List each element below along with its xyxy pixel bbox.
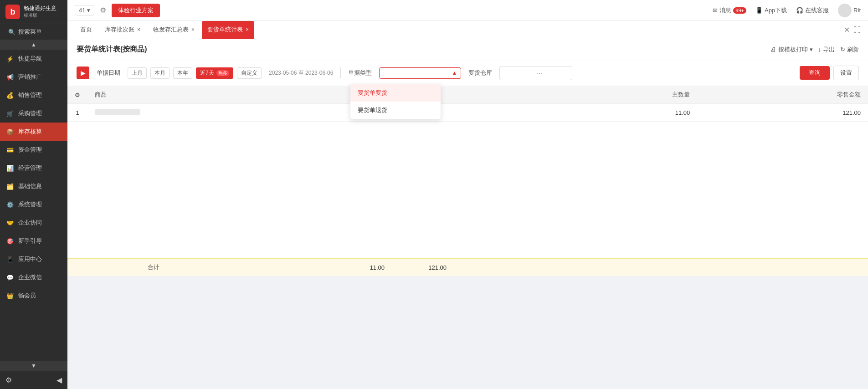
- enterprise-icon: 🤝: [5, 220, 15, 226]
- sidebar-item-guide[interactable]: 🎯 新手引导: [0, 232, 67, 250]
- sidebar-item-basic-info[interactable]: 🗂️ 基础信息: [0, 177, 67, 195]
- msg-label: 消息: [719, 6, 731, 15]
- sidebar-item-wechat[interactable]: 💬 企业微信: [0, 268, 67, 287]
- table-row: 1 块 11.00 121.00: [67, 104, 868, 122]
- settings-icon[interactable]: ⚙: [5, 376, 12, 384]
- custom-date-btn[interactable]: 自定义: [237, 67, 262, 79]
- sidebar-scroll-up[interactable]: ▲: [0, 40, 67, 50]
- footer-amount: 121.00: [392, 264, 447, 271]
- tab-close-icon[interactable]: ×: [191, 26, 195, 33]
- topbar-right: ✉ 消息 99+ 📱 App下载 🎧 在线客服 Rit: [713, 4, 861, 17]
- logo-title: 畅捷通好生意: [24, 5, 56, 12]
- sidebar-search[interactable]: 🔍 搜索菜单: [0, 24, 67, 40]
- export-icon: ↓: [818, 46, 822, 53]
- tab-recv-send-label: 收发存汇总表: [153, 26, 189, 34]
- sidebar-item-operations[interactable]: 📊 经营管理: [0, 159, 67, 177]
- sidebar-item-marketing[interactable]: 📢 营销推广: [0, 68, 67, 86]
- refresh-icon: ↻: [840, 46, 845, 53]
- last-7-days-btn[interactable]: 近7天 热多: [196, 67, 233, 79]
- type-input[interactable]: [383, 70, 452, 77]
- product-placeholder: [95, 109, 140, 115]
- headset-icon: 🎧: [796, 7, 803, 14]
- tab-home-label: 首页: [80, 26, 92, 34]
- row-amount: 121.00: [697, 104, 868, 122]
- maximize-btn[interactable]: ⛶: [853, 26, 861, 34]
- sidebar-item-finance[interactable]: 💳 资金管理: [0, 141, 67, 159]
- sidebar-item-system[interactable]: ⚙️ 系统管理: [0, 195, 67, 214]
- sidebar-item-app-center[interactable]: 📱 应用中心: [0, 250, 67, 268]
- avatar-img: [838, 4, 852, 17]
- col-amount: 零售金额: [697, 86, 868, 104]
- sales-icon: 💰: [5, 92, 15, 99]
- user-name: Rit: [853, 7, 861, 14]
- tab-close-icon[interactable]: ×: [137, 26, 140, 33]
- refresh-btn[interactable]: ↻ 刷新: [840, 46, 859, 54]
- sidebar-scroll-down[interactable]: ▼: [0, 361, 67, 371]
- sidebar-item-label: 销售管理: [18, 91, 42, 99]
- dropdown-value: 41: [79, 7, 85, 14]
- industry-btn[interactable]: 体验行业方案: [112, 4, 160, 17]
- settings-filter-btn[interactable]: 设置: [833, 66, 859, 80]
- search-btn[interactable]: 查询: [800, 66, 830, 80]
- purchase-icon: 🛒: [5, 110, 15, 117]
- table-footer: 合计 11.00 121.00: [67, 258, 868, 276]
- sidebar-item-vip[interactable]: 👑 畅会员: [0, 287, 67, 305]
- export-btn[interactable]: ↓ 导出: [818, 46, 835, 54]
- operations-icon: 📊: [5, 165, 15, 172]
- this-month-btn[interactable]: 本月: [150, 67, 169, 79]
- tab-close-active-icon[interactable]: ×: [246, 26, 249, 33]
- more-filters-btn[interactable]: ···: [536, 68, 568, 78]
- last-month-btn[interactable]: 上月: [128, 67, 147, 79]
- tab-inventory-batch[interactable]: 库存批次账 ×: [99, 21, 146, 39]
- dropdown-item-return-goods[interactable]: 要货单退货: [350, 102, 441, 119]
- phone-icon: 📱: [755, 7, 763, 14]
- marketing-icon: 📢: [5, 74, 15, 81]
- sidebar-item-inventory[interactable]: 📦 库存核算: [0, 123, 67, 141]
- tab-order-stats[interactable]: 要货单统计表 ×: [202, 21, 254, 39]
- app-download-btn[interactable]: 📱 App下载: [755, 6, 787, 15]
- sidebar-item-purchase[interactable]: 🛒 采购管理: [0, 104, 67, 123]
- row-qty: 11.00: [553, 104, 698, 122]
- tab-home[interactable]: 首页: [75, 21, 98, 39]
- sidebar-item-quick-nav[interactable]: ⚡ 快捷导航: [0, 50, 67, 68]
- table-container: ⚙ 商品 主计量单位 主数量 零售金额 1 块 11.00 121.00: [67, 86, 868, 122]
- warehouse-select[interactable]: ···: [499, 66, 572, 80]
- online-service-btn[interactable]: 🎧 在线客服: [796, 6, 829, 15]
- page-title: 要货单统计表(按商品): [77, 45, 147, 54]
- guide-icon: 🎯: [5, 238, 15, 245]
- sidebar-item-sales[interactable]: 💰 销售管理: [0, 86, 67, 104]
- sidebar-item-enterprise[interactable]: 🤝 企业协同: [0, 214, 67, 232]
- sidebar-item-label: 畅会员: [18, 292, 36, 300]
- filter-expand-btn[interactable]: ▶: [77, 67, 89, 79]
- close-all-tabs-btn[interactable]: ✕: [844, 26, 850, 34]
- main-area: 41 ▾ ⚙ 体验行业方案 ✉ 消息 99+ 📱 App下载 🎧 在线客服 R: [67, 0, 868, 389]
- user-avatar[interactable]: Rit: [838, 4, 861, 17]
- chevron-down-print-icon: ▾: [810, 46, 813, 53]
- dropdown-item-order-goods[interactable]: 要货单要货: [350, 84, 441, 102]
- col-qty: 主数量: [553, 86, 698, 104]
- msg-btn[interactable]: ✉ 消息 99+: [713, 6, 746, 15]
- tab-recv-send-summary[interactable]: 收发存汇总表 ×: [148, 21, 200, 39]
- page-header-actions: 🖨 按模板打印 ▾ ↓ 导出 ↻ 刷新: [770, 46, 859, 54]
- date-options: 上月 本月 本年 近7天 热多 自定义: [128, 67, 262, 79]
- chevron-up-icon: ▲: [452, 70, 457, 76]
- date-label: 单据日期: [97, 69, 120, 77]
- export-label: 导出: [823, 46, 835, 54]
- filter-bar: ▶ 单据日期 上月 本月 本年 近7天 热多 自定义 2023-05-06 至 …: [67, 60, 868, 86]
- filter-divider: [340, 67, 341, 78]
- filter-actions: 查询 设置: [800, 66, 859, 80]
- col-settings[interactable]: ⚙: [67, 86, 87, 104]
- collapse-btn[interactable]: ◀: [56, 376, 62, 384]
- basic-info-icon: 🗂️: [5, 183, 15, 190]
- print-template-btn[interactable]: 🖨 按模板打印 ▾: [770, 46, 813, 54]
- topbar-dropdown[interactable]: 41 ▾: [75, 5, 94, 15]
- tabs-actions: ✕ ⛶: [844, 26, 861, 34]
- topbar-settings-icon[interactable]: ⚙: [100, 6, 106, 15]
- sidebar-item-label: 基础信息: [18, 182, 42, 190]
- sidebar-items: ⚡ 快捷导航 📢 营销推广 💰 销售管理 🛒 采购管理 📦 库存核算 💳 资金管…: [0, 50, 67, 361]
- type-select[interactable]: ▲: [379, 67, 461, 79]
- sidebar-item-label: 库存核算: [18, 128, 42, 136]
- app-download-label: App下载: [765, 6, 787, 15]
- this-year-btn[interactable]: 本年: [173, 67, 192, 79]
- empty-space: [67, 122, 868, 258]
